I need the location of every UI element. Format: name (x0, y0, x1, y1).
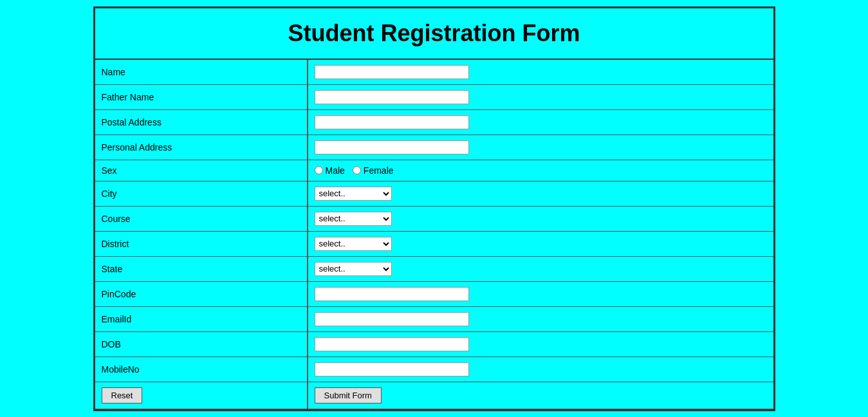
reset-button[interactable]: Reset (102, 387, 143, 403)
table-row: District select.. (95, 231, 773, 256)
table-row: Sex Male Female (95, 160, 773, 181)
field-father-name (308, 84, 773, 109)
personal-address-input[interactable] (315, 140, 469, 154)
label-postal-address: Postal Address (95, 109, 308, 134)
female-label: Female (353, 165, 394, 176)
state-select[interactable]: select.. (315, 262, 392, 276)
registration-table: Name Father Name Postal Address Personal… (95, 60, 773, 409)
dob-input[interactable] (315, 337, 469, 351)
field-city: select.. (308, 181, 773, 206)
field-course: select.. (308, 206, 773, 231)
female-radio[interactable] (353, 166, 361, 174)
reset-cell: Reset (95, 382, 308, 409)
field-mobile (308, 357, 773, 382)
field-email (308, 306, 773, 331)
field-sex: Male Female (308, 160, 773, 181)
city-select[interactable]: select.. (315, 187, 392, 201)
email-input[interactable] (315, 312, 469, 326)
mobile-input[interactable] (315, 362, 469, 376)
submit-button[interactable]: Submit Form (315, 387, 382, 403)
table-row: MobileNo (95, 357, 773, 382)
table-row: Father Name (95, 84, 773, 109)
table-row: Personal Address (95, 134, 773, 160)
name-input[interactable] (315, 65, 469, 79)
submit-cell: Submit Form (308, 382, 773, 409)
field-personal-address (308, 134, 773, 160)
label-state: State (95, 256, 308, 281)
label-dob: DOB (95, 331, 308, 357)
label-name: Name (95, 60, 308, 85)
field-district: select.. (308, 231, 773, 256)
course-select[interactable]: select.. (315, 212, 392, 226)
label-mobile: MobileNo (95, 357, 308, 382)
label-email: EmailId (95, 306, 308, 331)
table-row: EmailId (95, 306, 773, 331)
label-personal-address: Personal Address (95, 134, 308, 160)
label-district: District (95, 231, 308, 256)
father-name-input[interactable] (315, 90, 469, 104)
male-radio[interactable] (315, 166, 323, 174)
label-father-name: Father Name (95, 84, 308, 109)
form-title: Student Registration Form (95, 8, 773, 60)
table-row: DOB (95, 331, 773, 357)
form-container: Student Registration Form Name Father Na… (93, 6, 775, 411)
label-pincode: PinCode (95, 281, 308, 306)
label-sex: Sex (95, 160, 308, 181)
label-city: City (95, 181, 308, 206)
pincode-input[interactable] (315, 287, 469, 301)
button-row: Reset Submit Form (95, 382, 773, 409)
field-state: select.. (308, 256, 773, 281)
table-row: Name (95, 60, 773, 85)
field-name (308, 60, 773, 85)
table-row: PinCode (95, 281, 773, 306)
table-row: City select.. (95, 181, 773, 206)
field-postal-address (308, 109, 773, 134)
label-course: Course (95, 206, 308, 231)
postal-address-input[interactable] (315, 115, 469, 129)
district-select[interactable]: select.. (315, 237, 392, 251)
sex-radio-group: Male Female (315, 165, 767, 176)
table-row: Course select.. (95, 206, 773, 231)
male-label: Male (315, 165, 345, 176)
field-dob (308, 331, 773, 357)
table-row: Postal Address (95, 109, 773, 134)
table-row: State select.. (95, 256, 773, 281)
field-pincode (308, 281, 773, 306)
